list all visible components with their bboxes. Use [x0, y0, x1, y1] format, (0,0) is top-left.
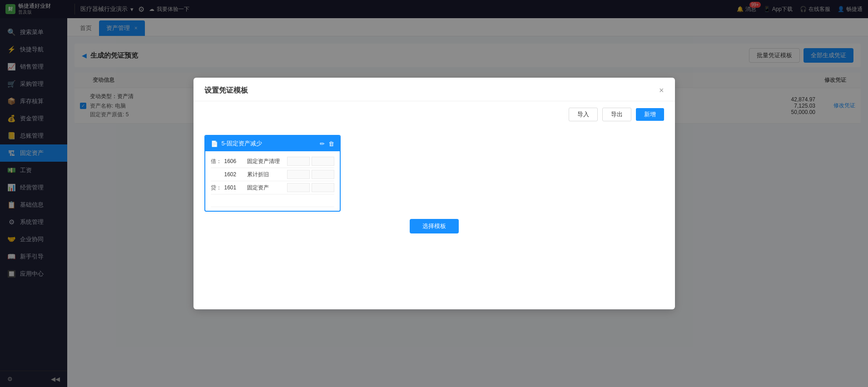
- entry3-type: 贷：: [211, 184, 224, 192]
- entry1-cell-2: [312, 157, 334, 166]
- modal-close-btn[interactable]: ×: [659, 86, 664, 95]
- new-button[interactable]: 新增: [636, 108, 664, 121]
- template-card-body: 借： 1606 固定资产清理 1602 累计折旧: [205, 151, 340, 211]
- template-header-left: 📄 5-固定资产减少: [211, 139, 263, 148]
- entry3-cell-1: [287, 183, 310, 192]
- template-header-icons: ✏ 🗑: [320, 140, 334, 147]
- select-template-button[interactable]: 选择模板: [410, 219, 459, 233]
- entry2-cell-2: [312, 170, 334, 179]
- entry3-name: 固定资产: [247, 184, 287, 192]
- entry1-cell-1: [287, 157, 310, 166]
- entry3-cells: [287, 183, 334, 192]
- template-delete-icon[interactable]: 🗑: [328, 140, 334, 147]
- template-card-header: 📄 5-固定资产减少 ✏ 🗑: [205, 136, 340, 151]
- entry2-cell-1: [287, 170, 310, 179]
- template-edit-icon[interactable]: ✏: [320, 140, 325, 147]
- voucher-template-modal: 设置凭证模板 × 导入 导出 新增 📄 5-固定资产减少: [193, 78, 675, 309]
- import-button[interactable]: 导入: [569, 108, 598, 121]
- select-template-btn-row: 选择模板: [204, 219, 664, 233]
- modal-title: 设置凭证模板: [204, 86, 248, 95]
- entry2-cells: [287, 170, 334, 179]
- template-doc-icon: 📄: [211, 140, 218, 147]
- entry1-cells: [287, 157, 334, 166]
- template-entry-2: 1602 累计折旧: [211, 168, 334, 181]
- entry1-code: 1606: [224, 158, 247, 164]
- modal-body: 📄 5-固定资产减少 ✏ 🗑 借： 1606: [193, 128, 675, 309]
- modal-header: 设置凭证模板 ×: [193, 78, 675, 101]
- modal-toolbar: 导入 导出 新增: [193, 101, 675, 128]
- template-entry-empty: [211, 194, 334, 207]
- entry3-code: 1601: [224, 184, 247, 191]
- voucher-template-card: 📄 5-固定资产减少 ✏ 🗑 借： 1606: [204, 135, 341, 212]
- entry1-type: 借：: [211, 158, 224, 165]
- template-entry-1: 借： 1606 固定资产清理: [211, 155, 334, 168]
- entry2-name: 累计折旧: [247, 171, 287, 179]
- entry1-name: 固定资产清理: [247, 158, 287, 165]
- export-button[interactable]: 导出: [602, 108, 631, 121]
- entry3-cell-2: [312, 183, 334, 192]
- template-entry-3: 贷： 1601 固定资产: [211, 181, 334, 194]
- template-id-name: 5-固定资产减少: [222, 139, 263, 148]
- modal-overlay: 设置凭证模板 × 导入 导出 新增 📄 5-固定资产减少: [0, 0, 868, 387]
- entry2-code: 1602: [224, 171, 247, 178]
